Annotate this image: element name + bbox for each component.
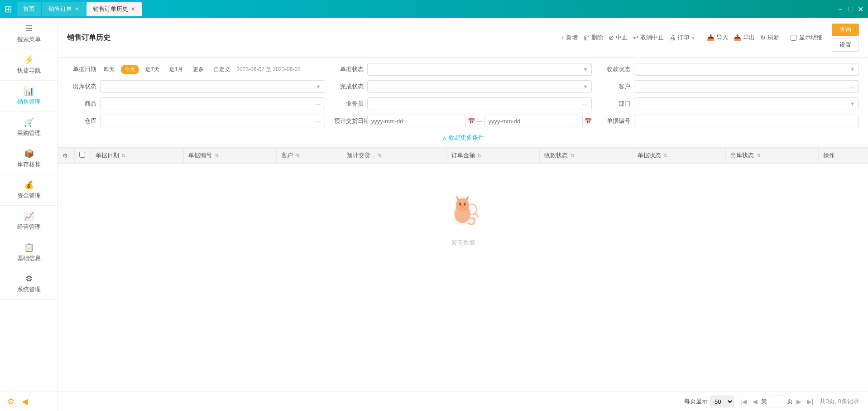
sort-no-icon: ⇅ — [215, 153, 219, 158]
sidebar-item-basic-info[interactable]: 📋 基础信息 — [0, 237, 58, 268]
th-no[interactable]: 单据编号 ⇅ — [183, 148, 276, 164]
date-tag-1month[interactable]: 近1月 — [166, 65, 187, 74]
page-size-select[interactable]: 10 20 50 100 — [710, 396, 734, 407]
date-tag-7days[interactable]: 近7天 — [142, 65, 163, 74]
last-page-button[interactable]: ▶| — [805, 397, 815, 406]
sort-payment-icon: ⇅ — [571, 153, 575, 158]
payment-select[interactable]: ▼ — [634, 63, 859, 76]
sidebar-item-finance[interactable]: 💰 资金管理 — [0, 174, 58, 206]
th-settings[interactable]: ⚙ — [58, 148, 74, 164]
empty-text: 暂无数据 — [451, 239, 475, 247]
sidebar-item-purchase-mgmt[interactable]: 🛒 采购管理 — [0, 112, 58, 143]
sidebar-item-system-mgmt[interactable]: ⚙ 系统管理 — [0, 268, 58, 300]
product-dots-icon[interactable]: ··· — [316, 101, 321, 107]
th-checkbox[interactable] — [74, 148, 91, 164]
sort-amount-icon: ⇅ — [477, 153, 481, 158]
page-title: 销售订单历史 — [67, 33, 110, 43]
expected-date-start[interactable] — [367, 115, 466, 127]
sidebar-item-search-menu[interactable]: ☰ 搜索菜单 — [0, 18, 58, 49]
new-icon: + — [561, 34, 564, 41]
salesperson-dots-icon[interactable]: ··· — [583, 101, 588, 107]
tab-sales-order-close[interactable]: ✕ — [75, 6, 79, 12]
delivery-label: 出库状态 — [67, 82, 96, 91]
status-arrow-icon: ▼ — [583, 67, 588, 72]
delivery-select[interactable]: ▼ — [100, 80, 325, 93]
sort-expected-icon: ⇅ — [378, 153, 382, 158]
warehouse-select[interactable]: ··· — [100, 115, 325, 127]
th-delivery-status[interactable]: 出库状态 ⇅ — [726, 148, 819, 164]
sidebar-item-inventory[interactable]: 📦 库存核算 — [0, 143, 58, 174]
date-separator: — — [477, 118, 483, 125]
date-tag-yesterday[interactable]: 昨天 — [100, 65, 118, 74]
filter-row-3: 商品 ··· 业务员 ··· 部门 — [67, 97, 859, 110]
export-button[interactable]: 📤 导出 — [734, 34, 755, 42]
th-amount[interactable]: 订单金额 ⇅ — [446, 148, 539, 164]
sidebar-item-operation[interactable]: 📈 经营管理 — [0, 206, 58, 237]
close-icon[interactable]: ✕ — [858, 5, 863, 14]
table-settings-icon[interactable]: ⚙ — [62, 152, 68, 159]
stop-icon: ⊘ — [609, 34, 614, 41]
refresh-button[interactable]: ↻ 刷新 — [760, 34, 779, 42]
minimize-icon[interactable]: － — [837, 5, 844, 14]
th-date[interactable]: 单据日期 ⇅ — [91, 148, 183, 164]
sidebar-item-sales-mgmt[interactable]: 📊 销售管理 — [0, 81, 58, 112]
date-tag-more[interactable]: 更多 — [189, 65, 207, 74]
page-number-input[interactable]: 1 — [769, 396, 785, 407]
product-select[interactable]: ··· — [100, 97, 325, 110]
tab-sales-order-history-close[interactable]: ✕ — [131, 6, 135, 12]
tab-sales-order-history[interactable]: 销售订单历史 ✕ — [86, 2, 142, 16]
display-detail-checkbox[interactable] — [791, 35, 796, 41]
sidebar-item-sales-mgmt-label: 销售管理 — [17, 98, 41, 106]
th-payment-status[interactable]: 收款状态 ⇅ — [540, 148, 633, 164]
next-page-button[interactable]: ▶ — [795, 397, 803, 406]
warehouse-dots-icon[interactable]: ··· — [316, 118, 321, 125]
sidebar-bottom: ⚙ ◀ — [0, 392, 58, 411]
maximize-icon[interactable]: □ — [849, 5, 853, 13]
content-area: 销售订单历史 + 新增 🗑 删除 ⊘ 中止 ↩ 取消中止 — [58, 18, 868, 411]
cancel-stop-button[interactable]: ↩ 取消中止 — [633, 34, 664, 42]
settings-button[interactable]: 设置 — [832, 38, 859, 52]
tab-sales-order[interactable]: 销售订单 ✕ — [42, 2, 86, 16]
order-no-input[interactable] — [634, 115, 859, 127]
salesperson-select[interactable]: ··· — [367, 97, 592, 110]
date-tag-today[interactable]: 今天 — [121, 65, 139, 74]
th-expected[interactable]: 预计交货... ⇅ — [342, 148, 446, 164]
cancel-stop-label: 取消中止 — [640, 34, 664, 42]
display-detail-wrap[interactable]: 显示明细 — [791, 34, 823, 42]
th-doc-status[interactable]: 单据状态 ⇅ — [633, 148, 725, 164]
query-button[interactable]: 查询 — [832, 24, 859, 36]
operation-icon: 📈 — [24, 211, 34, 221]
svg-point-5 — [459, 203, 461, 206]
first-page-button[interactable]: |◀ — [739, 397, 749, 406]
toolbar-divider-2 — [785, 34, 785, 41]
print-button[interactable]: 🖨 打印 ▼ — [669, 34, 695, 42]
new-button[interactable]: + 新增 — [561, 34, 578, 42]
sort-date-icon: ⇅ — [121, 153, 125, 158]
sort-doc-icon: ⇅ — [663, 153, 667, 158]
filter-order-no: 单据编号 — [601, 115, 859, 127]
complete-select[interactable]: ▼ — [367, 80, 592, 93]
filter-product: 商品 ··· — [67, 97, 325, 110]
th-customer[interactable]: 客户 ⇅ — [277, 148, 342, 164]
window-controls: － □ ✕ — [837, 5, 863, 14]
empty-illustration — [441, 191, 486, 232]
tab-home[interactable]: 首页 — [17, 2, 41, 16]
customer-dots-icon[interactable]: ··· — [850, 83, 855, 90]
department-select[interactable]: ▼ — [634, 97, 859, 110]
import-button[interactable]: 📥 导入 — [707, 34, 728, 42]
sales-mgmt-icon: 📊 — [24, 86, 34, 96]
stop-button[interactable]: ⊘ 中止 — [609, 34, 628, 42]
customer-label: 客户 — [601, 82, 630, 91]
sidebar-item-quick-nav[interactable]: ⚡ 快捷导航 — [0, 49, 58, 81]
date-tag-custom[interactable]: 自定义 — [210, 65, 234, 74]
sidebar-collapse-icon[interactable]: ◀ — [22, 396, 28, 406]
status-select[interactable]: ▼ — [367, 63, 592, 76]
prev-page-button[interactable]: ◀ — [751, 397, 759, 406]
customer-select[interactable]: ··· — [634, 80, 859, 93]
sidebar-settings-icon[interactable]: ⚙ — [7, 396, 14, 406]
collapse-row[interactable]: ∧ 收起更多条件 — [67, 132, 859, 142]
date-range-dash: 📅 — [468, 118, 475, 125]
select-all-checkbox[interactable] — [79, 152, 85, 158]
delete-button[interactable]: 🗑 删除 — [583, 34, 603, 42]
expected-date-end[interactable] — [484, 115, 583, 127]
